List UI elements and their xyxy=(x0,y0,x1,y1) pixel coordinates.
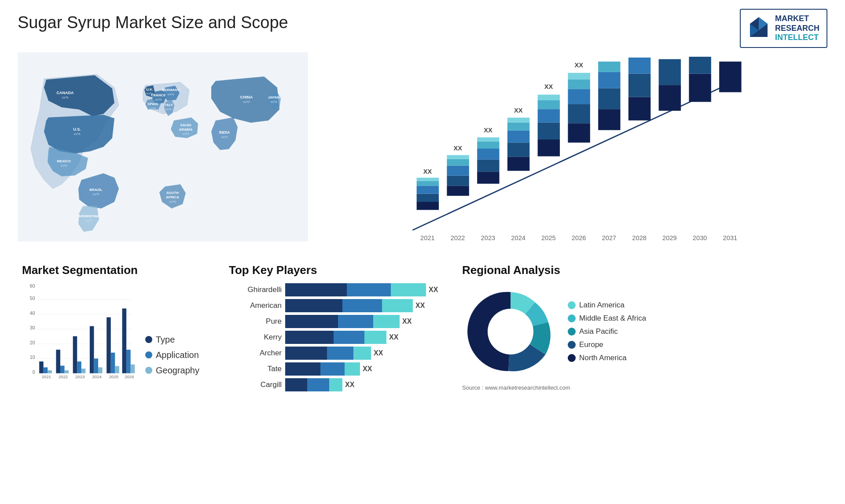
american-bar xyxy=(285,299,413,312)
svg-text:XX: XX xyxy=(574,62,583,69)
latin-america-label: Latin America xyxy=(579,301,625,310)
svg-text:XX: XX xyxy=(484,127,492,134)
svg-rect-127 xyxy=(90,326,94,373)
bottom-sections: Market Segmentation 0 10 20 30 40 50 60 xyxy=(18,259,827,396)
svg-rect-47 xyxy=(447,165,469,175)
svg-text:2027: 2027 xyxy=(602,234,617,241)
svg-rect-62 xyxy=(507,122,529,130)
players-title: Top Key Players xyxy=(229,263,440,277)
svg-rect-86 xyxy=(628,97,650,120)
svg-rect-117 xyxy=(48,370,52,373)
svg-rect-119 xyxy=(56,350,60,373)
svg-text:xx%: xx% xyxy=(92,192,99,196)
application-label: Application xyxy=(156,350,199,360)
cargill-bar-container: XX xyxy=(285,378,354,391)
bar-chart: XX 2021 XX 2022 XX 2023 XX 20 xyxy=(321,57,819,250)
svg-text:0: 0 xyxy=(33,369,35,374)
svg-rect-88 xyxy=(628,58,650,74)
svg-text:INDIA: INDIA xyxy=(219,130,230,135)
svg-text:20: 20 xyxy=(30,340,35,345)
list-item: Tate XX xyxy=(229,362,440,376)
regional-content: Latin America Middle East & Africa Asia … xyxy=(462,283,819,380)
svg-rect-128 xyxy=(94,358,98,373)
svg-text:ARGENTINA: ARGENTINA xyxy=(78,214,99,218)
segmentation-title: Market Segmentation xyxy=(22,263,211,277)
svg-rect-125 xyxy=(81,369,86,373)
list-item: American XX xyxy=(229,299,440,312)
svg-text:2022: 2022 xyxy=(451,234,465,241)
svg-rect-40 xyxy=(417,186,439,194)
svg-rect-133 xyxy=(115,366,119,373)
svg-rect-61 xyxy=(507,131,529,143)
svg-text:XX: XX xyxy=(514,106,523,113)
svg-text:U.K.: U.K. xyxy=(146,88,153,91)
player-ghirardelli: Ghirardelli xyxy=(229,285,282,294)
svg-rect-95 xyxy=(689,73,711,102)
svg-rect-46 xyxy=(447,175,469,186)
svg-rect-80 xyxy=(598,109,620,130)
svg-text:2023: 2023 xyxy=(481,234,496,241)
list-item: Kerry XX xyxy=(229,331,440,344)
cargill-bar xyxy=(285,378,342,391)
list-item: Cargill XX xyxy=(229,378,440,391)
svg-text:2024: 2024 xyxy=(511,234,525,241)
svg-text:2021: 2021 xyxy=(42,374,51,379)
svg-rect-56 xyxy=(477,137,499,141)
player-archer: Archer xyxy=(229,349,282,358)
svg-text:xx%: xx% xyxy=(73,132,80,136)
archer-value: XX xyxy=(374,349,383,357)
svg-text:JAPAN: JAPAN xyxy=(268,95,280,99)
geography-dot xyxy=(145,367,152,374)
svg-text:xx%: xx% xyxy=(60,164,67,168)
tate-value: XX xyxy=(363,365,372,373)
svg-rect-99 xyxy=(719,62,741,92)
header: Sugar Syrup Market Size and Scope MARKET… xyxy=(0,0,845,52)
svg-text:10: 10 xyxy=(30,354,35,360)
svg-rect-42 xyxy=(417,178,439,181)
world-map-section: CANADA xx% U.S. xx% MEXICO xx% BRAZIL xx… xyxy=(18,52,308,255)
legend-asia-pacific: Asia Pacific xyxy=(568,327,646,336)
latin-america-dot xyxy=(568,301,576,309)
svg-text:xx%: xx% xyxy=(169,200,176,204)
american-bar-container: XX xyxy=(285,299,425,312)
svg-rect-75 xyxy=(568,89,590,104)
svg-rect-77 xyxy=(568,73,590,79)
svg-rect-115 xyxy=(39,362,44,373)
pure-bar-container: XX xyxy=(285,315,411,328)
pure-bar xyxy=(285,315,400,328)
svg-text:xx%: xx% xyxy=(270,100,277,104)
player-cargill: Cargill xyxy=(229,380,282,389)
svg-rect-82 xyxy=(598,72,620,88)
segmentation-section: Market Segmentation 0 10 20 30 40 50 60 xyxy=(18,259,216,396)
mea-dot xyxy=(568,314,576,322)
svg-text:ARABIA: ARABIA xyxy=(179,128,192,131)
svg-rect-120 xyxy=(60,365,65,373)
svg-rect-136 xyxy=(126,350,131,373)
svg-rect-63 xyxy=(507,117,529,122)
svg-text:XX: XX xyxy=(605,57,614,58)
svg-text:SAUDI: SAUDI xyxy=(180,123,191,127)
svg-rect-67 xyxy=(538,122,560,139)
world-map: CANADA xx% U.S. xx% MEXICO xx% BRAZIL xx… xyxy=(18,52,308,241)
svg-text:FRANCE: FRANCE xyxy=(151,93,166,97)
player-kerry: Kerry xyxy=(229,333,282,342)
svg-text:xx%: xx% xyxy=(85,219,92,223)
svg-rect-52 xyxy=(477,172,499,184)
svg-text:2021: 2021 xyxy=(420,234,435,241)
list-item: Ghirardelli XX xyxy=(229,283,440,296)
svg-rect-83 xyxy=(598,62,620,72)
main-content: CANADA xx% U.S. xx% MEXICO xx% BRAZIL xx… xyxy=(0,52,845,396)
svg-rect-87 xyxy=(628,73,650,97)
logo-text: MARKET RESEARCH INTELLECT xyxy=(775,14,819,43)
svg-rect-41 xyxy=(417,181,439,186)
svg-rect-70 xyxy=(538,95,560,100)
players-section: Top Key Players Ghirardelli XX American xyxy=(224,259,445,396)
players-list: Ghirardelli XX American xyxy=(229,283,440,391)
svg-rect-129 xyxy=(98,367,103,373)
svg-text:60: 60 xyxy=(30,283,35,289)
list-item: Pure XX xyxy=(229,315,440,328)
svg-text:xx%: xx% xyxy=(149,106,156,110)
ghirardelli-bar xyxy=(285,283,426,296)
svg-text:2022: 2022 xyxy=(59,374,68,379)
svg-text:xx%: xx% xyxy=(167,92,174,96)
